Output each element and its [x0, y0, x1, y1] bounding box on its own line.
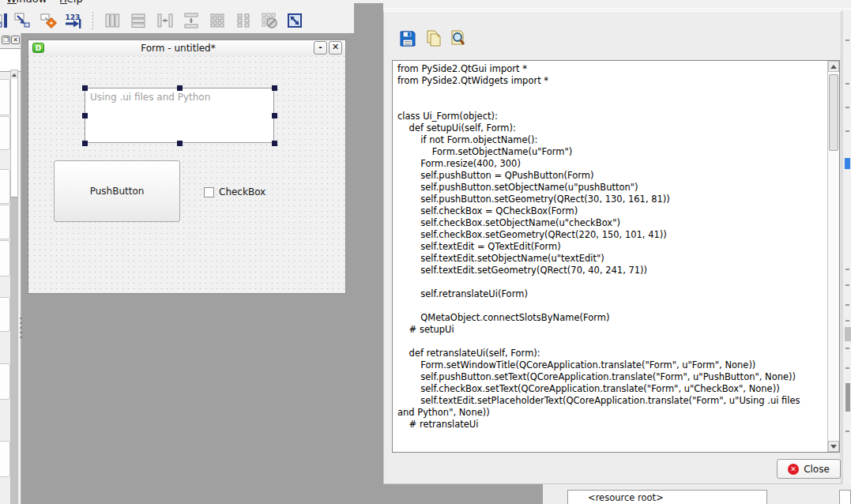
- code-preview-panel: from PySide2.QtGui import * from PySide2…: [383, 11, 842, 484]
- mnemonic-underline: [60, 3, 67, 4]
- edit-signals-slots-button[interactable]: [12, 10, 32, 31]
- selection-handle[interactable]: [177, 141, 183, 146]
- save-icon: [398, 29, 417, 48]
- menubar: Window Help: [0, 0, 363, 5]
- menubar-highlight-line: [383, 9, 851, 9]
- qt-designer-screen: Window Help 123: [0, 0, 851, 504]
- pushbutton-widget[interactable]: PushButton: [54, 160, 180, 222]
- arrow-down-icon: [830, 445, 837, 449]
- form-close-button[interactable]: ✕: [329, 41, 342, 55]
- layout-vertical-icon: [130, 12, 147, 29]
- adjust-size-button[interactable]: [284, 10, 305, 31]
- widget-box-item[interactable]: [0, 297, 10, 332]
- arrow-up-icon: [830, 65, 837, 69]
- widget-box-item[interactable]: [0, 205, 10, 239]
- widget-box-item[interactable]: [0, 441, 10, 477]
- layout-form-button[interactable]: [233, 10, 254, 31]
- mdi-area: [383, 484, 544, 504]
- form-window: D Form - untitled* - ✕ Using .ui files a…: [28, 39, 346, 294]
- widget-filter-input[interactable]: [0, 48, 21, 72]
- selection-handle[interactable]: [82, 141, 88, 146]
- widget-box-item[interactable]: [0, 79, 10, 115]
- scroll-down-button[interactable]: [828, 441, 839, 452]
- textedit-placeholder: Using .ui files and Python: [90, 92, 210, 103]
- mnemonic-underline: [7, 3, 17, 4]
- selection-handle[interactable]: [272, 141, 277, 146]
- selected-row-edge: [845, 158, 850, 169]
- widget-box-item[interactable]: [0, 116, 10, 150]
- break-layout-button[interactable]: [259, 10, 280, 31]
- form-titlebar[interactable]: D Form - untitled* - ✕: [28, 40, 345, 57]
- layout-horizontal-splitter-icon: [156, 12, 174, 29]
- resource-browser-dock: <resource root>: [543, 484, 851, 504]
- edit-widgets-icon: [0, 12, 9, 29]
- layout-grid-button[interactable]: [207, 10, 228, 31]
- code-editor[interactable]: from PySide2.QtGui import * from PySide2…: [392, 60, 840, 453]
- layout-form-icon: [235, 12, 252, 29]
- splitter-handle[interactable]: [20, 316, 22, 341]
- close-button[interactable]: ✕ Close: [777, 459, 841, 479]
- close-red-icon: ✕: [788, 464, 799, 475]
- copy-button[interactable]: [424, 29, 443, 48]
- scrollbar-handle[interactable]: [845, 383, 850, 412]
- adjust-size-icon: [286, 12, 303, 29]
- copy-icon: [424, 29, 443, 48]
- svg-text:123: 123: [66, 13, 81, 21]
- selection-handle[interactable]: [272, 85, 277, 91]
- edit-widgets-button[interactable]: [0, 10, 10, 31]
- layout-grid-icon: [209, 12, 226, 29]
- widget-box-item[interactable]: [0, 240, 10, 276]
- checkbox-box-icon: [204, 187, 214, 197]
- selection-handle[interactable]: [177, 85, 183, 91]
- widget-box-scrollbar[interactable]: [10, 70, 18, 504]
- find-button[interactable]: [449, 29, 468, 48]
- form-window-title: Form - untitled*: [46, 43, 311, 54]
- resource-root-item[interactable]: <resource root>: [588, 492, 664, 503]
- selection-handle[interactable]: [82, 113, 88, 118]
- textedit-widget[interactable]: Using .ui files and Python: [85, 88, 274, 143]
- layout-vertical-splitter-button[interactable]: [181, 10, 201, 31]
- widget-box-item[interactable]: [0, 363, 10, 400]
- resource-tree[interactable]: <resource root>: [567, 490, 767, 504]
- close-button-label: Close: [804, 464, 830, 475]
- menu-item-window[interactable]: Window: [6, 0, 47, 5]
- dock-float-button[interactable]: ❐: [2, 36, 10, 44]
- property-panel-edge: [842, 10, 851, 504]
- scrollbar-handle[interactable]: [829, 74, 838, 151]
- arrow-up-icon: [12, 73, 17, 77]
- widget-box-panel: ❐ ✕: [0, 33, 21, 504]
- scrollbar-handle[interactable]: [11, 197, 17, 504]
- layout-vertical-button[interactable]: [128, 10, 149, 31]
- form-minimize-button[interactable]: -: [314, 41, 327, 55]
- dock-close-button[interactable]: ✕: [11, 36, 20, 44]
- resource-detail-pane[interactable]: [839, 490, 851, 504]
- checkbox-widget[interactable]: CheckBox: [204, 177, 284, 209]
- scroll-up-button[interactable]: [828, 61, 839, 72]
- selection-handle[interactable]: [82, 85, 88, 91]
- layout-horizontal-button[interactable]: [102, 10, 122, 31]
- edit-buddies-button[interactable]: [38, 10, 58, 31]
- find-icon: [449, 29, 468, 48]
- layout-horizontal-splitter-button[interactable]: [155, 10, 175, 31]
- selection-handle[interactable]: [272, 113, 277, 118]
- toolbar-separator: [92, 12, 94, 29]
- mdi-area: [354, 3, 383, 35]
- widget-box-item[interactable]: [0, 169, 10, 204]
- generated-python-code: from PySide2.QtGui import * from PySide2…: [393, 61, 839, 433]
- layout-vertical-splitter-icon: [183, 12, 200, 29]
- checkbox-label: CheckBox: [219, 186, 265, 197]
- scroll-up-button[interactable]: [11, 70, 17, 79]
- designer-form-icon: D: [32, 43, 44, 53]
- menu-item-help[interactable]: Help: [59, 0, 83, 5]
- save-button[interactable]: [398, 29, 417, 48]
- break-layout-icon: [261, 12, 278, 29]
- layout-horizontal-icon: [104, 12, 121, 29]
- edit-tab-order-icon: 123: [64, 12, 81, 29]
- edit-tab-order-button[interactable]: 123: [62, 10, 83, 31]
- edit-buddies-icon: [40, 12, 57, 29]
- edit-signals-slots-icon: [13, 12, 31, 29]
- code-scrollbar[interactable]: [827, 61, 839, 452]
